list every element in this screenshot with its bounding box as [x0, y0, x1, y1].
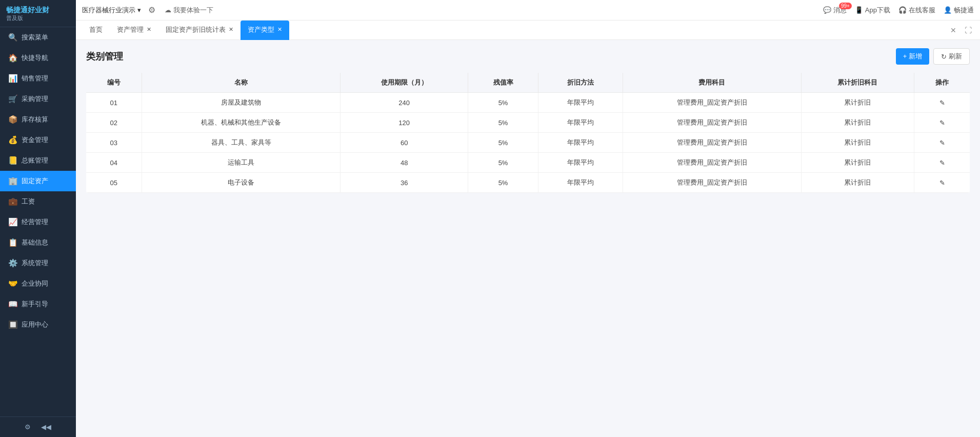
company-name: 医疗器械行业演示	[82, 6, 135, 15]
table-cell: 5%	[468, 133, 538, 153]
company-selector[interactable]: 医疗器械行业演示 ▾	[82, 6, 141, 15]
online-service-button[interactable]: 🎧 在线客服	[898, 6, 935, 15]
sidebar-item-label: 应用中心	[22, 320, 48, 329]
sidebar-item-system[interactable]: ⚙️ 系统管理	[0, 253, 76, 273]
user-avatar-icon: 👤	[944, 6, 952, 14]
table-cell: 5%	[468, 93, 538, 113]
sidebar-item-sales[interactable]: 📊 销售管理	[0, 68, 76, 89]
sidebar-item-label: 企业协同	[22, 279, 48, 288]
table-column-header: 折旧方法	[538, 73, 623, 93]
fixed-assets-icon: 🏢	[8, 176, 17, 186]
table-cell: 管理费用_固定资产折旧	[623, 93, 802, 113]
table-column-header: 编号	[86, 73, 142, 93]
sidebar-scroll: 🔍 搜索菜单🏠 快捷导航📊 销售管理🛒 采购管理📦 库存核算💰 资金管理📒 总账…	[0, 27, 76, 416]
table-column-header: 操作	[914, 73, 970, 93]
tab-close-icon[interactable]: ✕	[229, 26, 233, 33]
topbar-settings-icon[interactable]: ⚙	[145, 4, 158, 16]
table-cell: 管理费用_固定资产折旧	[623, 153, 802, 173]
table-cell: 累计折旧	[801, 173, 914, 193]
category-table: 编号名称使用期限（月）残值率折旧方法费用科目累计折旧科目操作 01房屋及建筑物2…	[86, 73, 970, 193]
tab-asset-type[interactable]: 资产类型✕	[241, 21, 289, 40]
tab-asset-manage[interactable]: 资产管理✕	[110, 21, 158, 40]
purchase-icon: 🛒	[8, 94, 17, 104]
app-download-button[interactable]: 📱 App下载	[855, 6, 890, 15]
maximize-icon[interactable]: ⛶	[963, 25, 974, 35]
table-column-header: 残值率	[468, 73, 538, 93]
table-cell: 05	[86, 173, 142, 193]
user-button[interactable]: 👤 畅捷通	[944, 6, 974, 15]
sidebar-item-label: 新手引导	[22, 300, 48, 309]
sidebar-item-inventory[interactable]: 📦 库存核算	[0, 109, 76, 130]
main-area: 首页资产管理✕固定资产折旧统计表✕资产类型✕ ✕ ⛶ 类别管理 + 新增 ↻ 刷…	[76, 21, 980, 437]
sidebar-item-label: 工资	[22, 197, 35, 206]
sidebar-item-search[interactable]: 🔍 搜索菜单	[0, 27, 76, 48]
experience-button[interactable]: ☁ 我要体验一下	[165, 6, 213, 15]
sidebar-item-fixed-assets[interactable]: 🏢 固定资产	[0, 171, 76, 191]
window-controls: ✕ ⛶	[948, 25, 974, 35]
quick-nav-icon: 🏠	[8, 53, 17, 63]
sidebar-item-enterprise[interactable]: 🤝 企业协同	[0, 273, 76, 294]
table-cell: 管理费用_固定资产折旧	[623, 113, 802, 133]
table-cell[interactable]: ✎	[914, 173, 970, 193]
sidebar-item-salary[interactable]: 💼 工资	[0, 191, 76, 212]
operations-icon: 📈	[8, 217, 17, 227]
table-column-header: 费用科目	[623, 73, 802, 93]
table-cell: 5%	[468, 113, 538, 133]
tabs-bar: 首页资产管理✕固定资产折旧统计表✕资产类型✕ ✕ ⛶	[76, 21, 980, 40]
sidebar-item-label: 快捷导航	[22, 53, 48, 63]
sidebar-item-funds[interactable]: 💰 资金管理	[0, 130, 76, 150]
app-logo-sub: 普及版	[6, 14, 70, 22]
refresh-button[interactable]: ↻ 刷新	[933, 48, 970, 65]
table-cell: 年限平均	[538, 153, 623, 173]
sidebar-item-quick-nav[interactable]: 🏠 快捷导航	[0, 48, 76, 68]
sidebar-item-purchase[interactable]: 🛒 采购管理	[0, 89, 76, 109]
table-cell[interactable]: ✎	[914, 133, 970, 153]
salary-icon: 💼	[8, 197, 17, 206]
table-cell: 运输工具	[142, 153, 341, 173]
table-column-header: 累计折旧科目	[801, 73, 914, 93]
tab-close-icon[interactable]: ✕	[147, 26, 151, 33]
tab-fixed-asset-table[interactable]: 固定资产折旧统计表✕	[158, 21, 241, 40]
table-cell: 电子设备	[142, 173, 341, 193]
table-cell: 器具、工具、家具等	[142, 133, 341, 153]
table-cell: 管理费用_固定资产折旧	[623, 133, 802, 153]
table-row: 05电子设备365%年限平均管理费用_固定资产折旧累计折旧✎	[86, 173, 970, 193]
table-cell[interactable]: ✎	[914, 153, 970, 173]
sidebar-item-label: 总账管理	[22, 156, 48, 165]
sidebar-item-ledger[interactable]: 📒 总账管理	[0, 150, 76, 171]
sidebar-item-operations[interactable]: 📈 经营管理	[0, 212, 76, 232]
message-badge: 99+	[839, 3, 852, 9]
sidebar-bottom: ⚙ ◀◀	[0, 416, 76, 437]
close-window-icon[interactable]: ✕	[948, 25, 958, 35]
add-button[interactable]: + 新增	[896, 48, 929, 65]
table-cell: 累计折旧	[801, 133, 914, 153]
tab-home[interactable]: 首页	[82, 21, 110, 40]
table-cell[interactable]: ✎	[914, 113, 970, 133]
topbar: 医疗器械行业演示 ▾ ⚙ ☁ 我要体验一下 💬 消息 99+ 📱 App下载 🎧…	[76, 0, 980, 21]
table-cell[interactable]: ✎	[914, 93, 970, 113]
table-cell: 房屋及建筑物	[142, 93, 341, 113]
table-row: 03器具、工具、家具等605%年限平均管理费用_固定资产折旧累计折旧✎	[86, 133, 970, 153]
cloud-icon: ☁	[165, 6, 171, 14]
table-cell: 04	[86, 153, 142, 173]
tab-label: 资产管理	[117, 25, 144, 34]
table-cell: 年限平均	[538, 133, 623, 153]
table-head: 编号名称使用期限（月）残值率折旧方法费用科目累计折旧科目操作	[86, 73, 970, 93]
ledger-icon: 📒	[8, 156, 17, 165]
tab-close-icon[interactable]: ✕	[277, 26, 282, 33]
sidebar-item-label: 经营管理	[22, 217, 48, 227]
sidebar-item-app-center[interactable]: 🔲 应用中心	[0, 314, 76, 335]
page-title: 类别管理	[86, 50, 123, 63]
table-cell: 累计折旧	[801, 153, 914, 173]
tab-label: 资产类型	[248, 25, 274, 34]
collapse-icon[interactable]: ◀◀	[37, 421, 55, 433]
table-cell: 5%	[468, 173, 538, 193]
sidebar-item-basic-info[interactable]: 📋 基础信息	[0, 232, 76, 253]
sidebar-item-label: 系统管理	[22, 259, 48, 268]
table-cell: 年限平均	[538, 173, 623, 193]
message-button[interactable]: 💬 消息 99+	[823, 6, 847, 15]
page-content: 类别管理 + 新增 ↻ 刷新 编号名称使用期限（月）残值率折旧方法费用科目累计折…	[76, 40, 980, 437]
settings-icon[interactable]: ⚙	[21, 421, 35, 433]
sidebar-item-guide[interactable]: 📖 新手引导	[0, 294, 76, 314]
tab-label: 固定资产折旧统计表	[166, 25, 226, 34]
